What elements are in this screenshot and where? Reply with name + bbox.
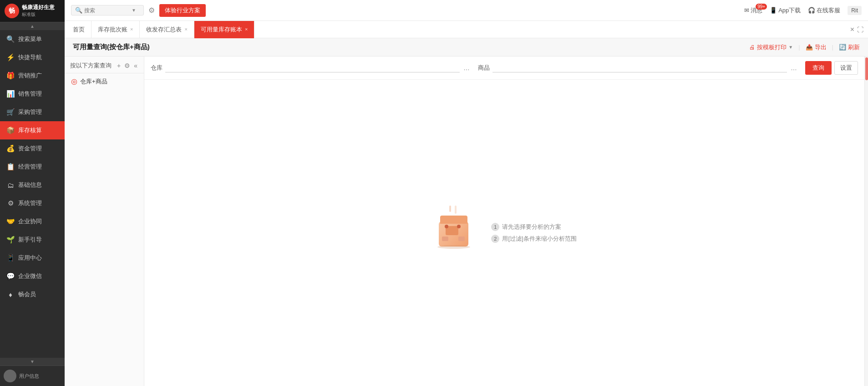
print-button[interactable]: 🖨 按模板打印 ▼	[749, 43, 793, 51]
warehouse-input[interactable]	[165, 63, 460, 72]
page-header-actions: 🖨 按模板打印 ▼ | 📤 导出 | 🔄 刷新	[749, 43, 860, 51]
sidebar-item-vip[interactable]: ♦ 畅会员	[0, 285, 65, 304]
headset-icon: 🎧	[808, 7, 815, 14]
goods-input[interactable]	[492, 63, 787, 72]
separator: |	[798, 44, 800, 51]
sidebar-item-sales[interactable]: 📊 销售管理	[0, 85, 65, 103]
phone-icon: 📱	[770, 7, 777, 14]
tab-label: 首页	[73, 26, 85, 34]
tab-label: 可用量库存账本	[201, 26, 242, 34]
user-menu[interactable]: Rit	[848, 6, 862, 15]
box-icon: 📦	[6, 126, 15, 134]
sidebar-subtitle: 标准版	[22, 11, 55, 18]
refresh-button[interactable]: 🔄 刷新	[839, 43, 860, 51]
sidebar-item-wechat[interactable]: 💬 企业微信	[0, 267, 65, 285]
right-panel: 仓库 … 商品 … 查询 设置	[144, 57, 864, 386]
gear-icon: ⚙	[6, 199, 15, 207]
lightning-icon: ⚡	[6, 53, 15, 62]
sidebar-item-enterprise[interactable]: 🤝 企业协同	[0, 212, 65, 231]
sidebar-item-inventory[interactable]: 📦 库存核算	[0, 121, 65, 139]
tab-home[interactable]: 首页	[65, 21, 91, 38]
chevron-down-icon: ▼	[132, 8, 136, 13]
main-area: 🔍 ▼ ⚙ 体验行业方案 ✉ 消息 99+ 📱 App下载 🎧 在线客服 Rit	[65, 0, 868, 386]
sidebar-item-purchase[interactable]: 🛒 采购管理	[0, 103, 65, 121]
warehouse-more-icon[interactable]: …	[462, 64, 471, 72]
sidebar-item-quicknav[interactable]: ⚡ 快捷导航	[0, 48, 65, 67]
add-scheme-button[interactable]: +	[116, 61, 122, 70]
sidebar-item-apps[interactable]: 📱 应用中心	[0, 249, 65, 267]
sidebar-item-system[interactable]: ⚙ 系统管理	[0, 194, 65, 212]
export-button[interactable]: 📤 导出	[806, 43, 827, 51]
sidebar-item-basic[interactable]: 🗂 基础信息	[0, 176, 65, 194]
app-download-button[interactable]: 📱 App下载	[770, 6, 801, 15]
search-input[interactable]	[84, 7, 130, 14]
sidebar-title-wrap: 畅康通好生意 标准版	[22, 4, 55, 18]
online-service-button[interactable]: 🎧 在线客服	[808, 6, 840, 15]
close-tab-button[interactable]: ×	[850, 26, 854, 33]
sidebar-header: 畅 畅康通好生意 标准版	[0, 0, 65, 22]
sidebar-item-label: 营销推广	[18, 72, 42, 80]
online-service-label: 在线客服	[817, 6, 840, 15]
sidebar-item-marketing[interactable]: 🎁 营销推广	[0, 67, 65, 85]
tab-close-icon[interactable]: ×	[184, 27, 187, 32]
sidebar-item-label: 畅会员	[18, 290, 36, 299]
collapse-panel-button[interactable]: «	[133, 61, 138, 70]
scheme-item-warehouse-goods[interactable]: ◎ 仓库+商品	[65, 73, 144, 89]
sidebar-item-operations[interactable]: 📋 经营管理	[0, 158, 65, 176]
settings-scheme-button[interactable]: ⚙	[123, 61, 131, 70]
gift-icon: 🎁	[6, 72, 15, 80]
search-icon: 🔍	[75, 7, 82, 14]
sidebar-item-label: 采购管理	[18, 108, 42, 116]
empty-hints: 1 请先选择要分析的方案 2 用[过滤]条件来缩小分析范围	[491, 223, 576, 243]
handshake-icon: 🤝	[6, 217, 15, 226]
empty-hint-2: 2 用[过滤]条件来缩小分析范围	[491, 235, 576, 243]
hint-num-1: 1	[491, 223, 499, 231]
filter-actions: 查询 设置	[805, 61, 858, 75]
tab-close-icon[interactable]: ×	[130, 27, 133, 32]
refresh-icon: 🔄	[839, 44, 846, 51]
wechat-icon: 💬	[6, 272, 15, 280]
expand-button[interactable]: ⛶	[857, 26, 863, 33]
clipboard-icon: 📋	[6, 163, 15, 171]
settings-button[interactable]: 设置	[834, 61, 858, 75]
scheme-icon: ◎	[71, 77, 77, 86]
sidebar-scroll-up[interactable]: ▲	[0, 22, 65, 30]
tab-close-icon[interactable]: ×	[245, 27, 248, 32]
tab-available[interactable]: 可用量库存账本 ×	[194, 21, 254, 38]
industry-solution-button[interactable]: 体验行业方案	[159, 4, 206, 17]
messages-button[interactable]: ✉ 消息 99+	[744, 6, 762, 15]
hint-text-1: 请先选择要分析的方案	[502, 223, 561, 231]
tabs-actions: × ⛶	[846, 21, 868, 38]
sidebar-item-label: 企业协同	[18, 217, 42, 226]
tab-batch[interactable]: 库存批次账 ×	[91, 21, 140, 38]
chevron-down-icon: ▼	[788, 45, 793, 50]
sidebar-bottom: 用户信息	[0, 365, 65, 386]
sidebar-item-label: 基础信息	[18, 181, 42, 189]
separator: |	[832, 44, 833, 51]
sidebar-item-search[interactable]: 🔍 搜索菜单	[0, 30, 65, 48]
goods-label: 商品	[478, 64, 490, 72]
hint-text-2: 用[过滤]条件来缩小分析范围	[502, 235, 576, 243]
goods-more-icon[interactable]: …	[790, 64, 798, 72]
export-icon: 📤	[806, 44, 813, 51]
topbar-gear-icon[interactable]: ⚙	[148, 6, 155, 15]
scrollbar[interactable]	[864, 57, 868, 386]
query-button[interactable]: 查询	[805, 61, 832, 75]
sidebar-title: 畅康通好生意	[22, 4, 55, 11]
sidebar: 畅 畅康通好生意 标准版 ▲ 🔍 搜索菜单 ⚡ 快捷导航 🎁 营销推广 📊 销售…	[0, 0, 65, 386]
topbar-search-box[interactable]: 🔍 ▼	[71, 5, 144, 15]
sidebar-item-label: 快捷导航	[18, 53, 42, 62]
search-icon: 🔍	[6, 35, 15, 43]
tab-summary[interactable]: 收发存汇总表 ×	[140, 21, 194, 38]
phone-icon: 📱	[6, 254, 15, 262]
page-title: 可用量查询(按仓库+商品)	[73, 43, 150, 51]
sidebar-item-finance[interactable]: 💰 资金管理	[0, 139, 65, 158]
sidebar-scroll-down[interactable]: ▼	[0, 358, 65, 365]
sidebar-item-guide[interactable]: 🌱 新手引导	[0, 231, 65, 249]
print-icon: 🖨	[749, 44, 755, 51]
topbar-right-actions: ✉ 消息 99+ 📱 App下载 🎧 在线客服 Rit	[744, 6, 862, 15]
sidebar-item-label: 搜索菜单	[18, 35, 42, 43]
app-download-label: App下载	[778, 6, 801, 15]
chart-icon: 📊	[6, 90, 15, 98]
messages-badge: 99+	[756, 4, 767, 10]
